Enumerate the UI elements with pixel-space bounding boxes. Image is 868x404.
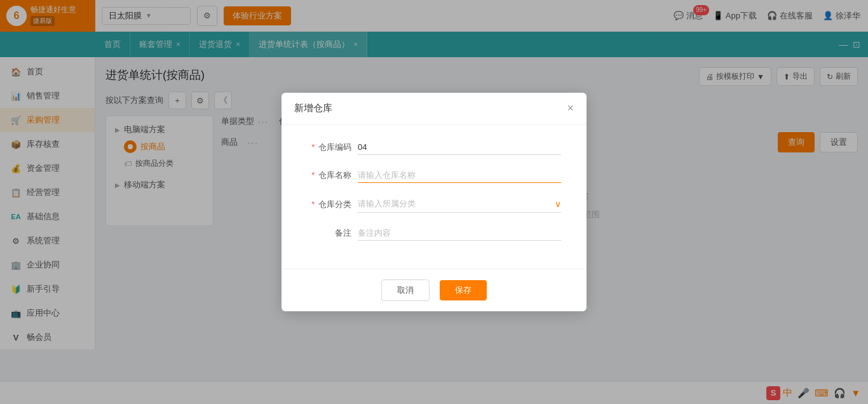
required-star-name: * (311, 170, 315, 180)
modal-overlay: 新增仓库 × * 仓库编码 * 仓库名称 (0, 0, 868, 404)
modal-header: 新增仓库 × (281, 93, 587, 125)
modal-title: 新增仓库 (294, 102, 332, 114)
remark-input[interactable] (358, 226, 561, 241)
code-label: * 仓库编码 (307, 142, 351, 153)
required-star-category: * (311, 199, 315, 209)
warehouse-code-input[interactable] (358, 140, 561, 155)
warehouse-category-select[interactable]: 请输入所属分类 ∨ (358, 196, 561, 213)
form-row-category: * 仓库分类 请输入所属分类 ∨ (307, 196, 561, 213)
category-label: * 仓库分类 (307, 199, 351, 210)
form-row-name: * 仓库名称 (307, 168, 561, 183)
cancel-button[interactable]: 取消 (381, 279, 430, 301)
remark-label: 备注 (307, 227, 351, 239)
name-label: * 仓库名称 (307, 170, 351, 181)
modal-close-button[interactable]: × (567, 102, 574, 115)
form-row-code: * 仓库编码 (307, 140, 561, 155)
form-row-remark: 备注 (307, 226, 561, 241)
modal-footer: 取消 保存 (281, 269, 587, 311)
required-star-code: * (311, 142, 315, 152)
save-button[interactable]: 保存 (440, 280, 487, 300)
category-dropdown-arrow: ∨ (555, 199, 561, 209)
category-placeholder: 请输入所属分类 (358, 198, 416, 210)
warehouse-name-input[interactable] (358, 168, 561, 183)
modal-body: * 仓库编码 * 仓库名称 * 仓库分类 请输入所属 (281, 125, 587, 269)
add-warehouse-modal: 新增仓库 × * 仓库编码 * 仓库名称 (281, 93, 587, 311)
